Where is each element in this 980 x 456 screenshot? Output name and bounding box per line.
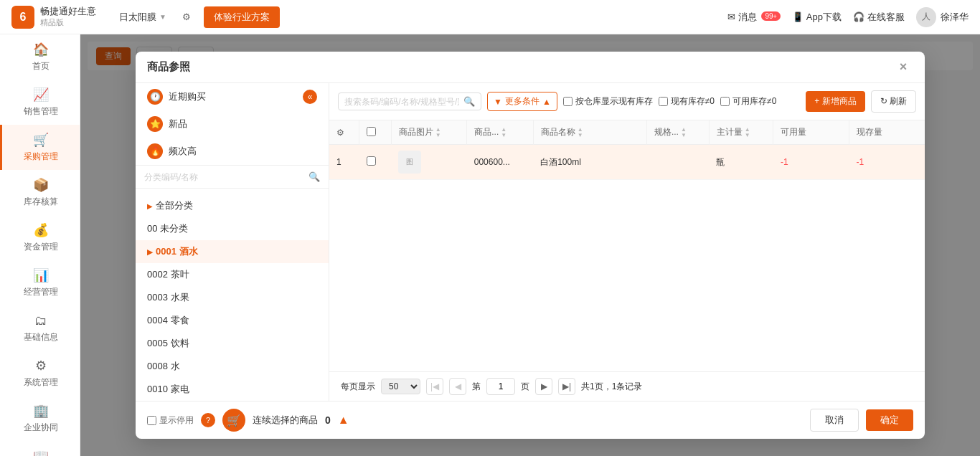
message-icon: ✉ <box>727 11 735 22</box>
purchase-icon: 🛒 <box>33 132 49 148</box>
user-profile-area[interactable]: 人 徐泽华 <box>916 7 969 27</box>
headset-icon: 🎧 <box>853 11 864 22</box>
usable-stock-checkbox[interactable] <box>720 97 730 106</box>
show-disabled-checkbox[interactable]: 显示停用 <box>147 414 194 427</box>
category-item-0004[interactable]: 0004 零食 <box>136 309 329 332</box>
next-page-button[interactable]: ▶ <box>535 378 552 395</box>
product-search-icon[interactable]: 🔍 <box>463 96 475 107</box>
store-name: 日太阳膜 <box>119 11 156 24</box>
show-disabled-input[interactable] <box>147 416 156 425</box>
category-label-0010: 0010 家电 <box>147 383 189 396</box>
recent-icon: 🕐 <box>147 89 163 105</box>
page-size-select[interactable]: 50 20 100 <box>381 379 420 394</box>
category-item-0010[interactable]: 0010 家电 <box>136 378 329 401</box>
quick-btn-frequent[interactable]: 🔥 频次高 <box>136 138 329 165</box>
last-page-button[interactable]: ▶| <box>558 378 575 395</box>
online-service-nav-item[interactable]: 🎧 在线客服 <box>853 11 905 24</box>
category-search-area: 🔍 <box>136 166 329 189</box>
sidebar-label-finance: 资金管理 <box>24 241 58 253</box>
experience-button[interactable]: 体验行业方案 <box>204 6 280 28</box>
sidebar-item-enterprise[interactable]: 🏢 企业协同 <box>0 396 80 441</box>
category-item-0008[interactable]: 0008 水 <box>136 355 329 378</box>
available-stock-filter[interactable]: 现有库存≠0 <box>659 95 715 108</box>
table-row[interactable]: 1 图 000600... 白酒100ml <box>329 145 925 180</box>
th-spec: 规格... ▲▼ <box>646 120 709 145</box>
sidebar-item-system[interactable]: ⚙ 系统管理 <box>0 351 80 396</box>
filter-arrow-icon: ▲ <box>542 97 551 107</box>
sidebar-item-guide[interactable]: 📖 新手引导 <box>0 441 80 456</box>
td-available: -1 <box>773 145 849 180</box>
confirm-button[interactable]: 确定 <box>866 409 913 431</box>
category-search-icon[interactable]: 🔍 <box>308 171 320 182</box>
category-item-0003[interactable]: 0003 水果 <box>136 286 329 309</box>
more-filter-button[interactable]: ▼ 更多条件 ▲ <box>487 92 557 111</box>
logo-text-group: 畅捷通好生意 精品版 <box>40 6 96 28</box>
messages-nav-item[interactable]: ✉ 消息 99 <box>727 11 780 24</box>
settings-icon[interactable]: ⚙ <box>175 6 198 29</box>
help-button[interactable]: ? <box>201 413 215 427</box>
sort-arrows-code[interactable]: ▲▼ <box>501 127 507 138</box>
sidebar-item-sales[interactable]: 📈 销售管理 <box>0 80 80 125</box>
select-all-checkbox[interactable] <box>367 127 376 136</box>
cart-button[interactable]: 🛒 <box>222 409 245 432</box>
nav-right-area: ✉ 消息 99 📱 App下载 🎧 在线客服 人 徐泽华 <box>727 7 969 27</box>
add-product-button[interactable]: + 新增商品 <box>806 91 864 112</box>
sort-arrows-image[interactable]: ▲▼ <box>435 127 441 138</box>
warehouse-stock-filter[interactable]: 按仓库显示现有库存 <box>563 95 653 108</box>
avatar: 人 <box>916 7 936 27</box>
td-num: 1 <box>329 145 359 180</box>
category-item-0005[interactable]: 0005 饮料 <box>136 332 329 355</box>
product-search-input[interactable] <box>344 97 459 107</box>
category-item-all[interactable]: ▶ 全部分类 <box>136 194 329 217</box>
sort-arrows-name[interactable]: ▲▼ <box>578 127 583 138</box>
quick-btn-new-label: 新品 <box>169 118 187 130</box>
sidebar-item-home[interactable]: 🏠 首页 <box>0 34 80 80</box>
th-code-label: 商品... <box>474 126 499 138</box>
finance-icon: 💰 <box>33 222 49 238</box>
sort-arrows-unit[interactable]: ▲▼ <box>745 127 750 138</box>
collapse-button[interactable]: « <box>303 90 317 104</box>
category-item-00[interactable]: 00 未分类 <box>136 217 329 240</box>
sidebar-item-operation[interactable]: 📊 经营管理 <box>0 260 80 305</box>
main-layout: 🏠 首页 📈 销售管理 🛒 采购管理 📦 库存核算 💰 资金管理 📊 经营管理 … <box>0 34 980 456</box>
show-disabled-label: 显示停用 <box>159 414 194 427</box>
modal-toolbar: 🔍 ▼ 更多条件 ▲ 按仓库显示现有库存 <box>329 83 925 120</box>
sidebar-item-inventory[interactable]: 📦 库存核算 <box>0 170 80 215</box>
th-checkbox <box>359 120 392 145</box>
sidebar-item-purchase[interactable]: 🛒 采购管理 <box>0 125 80 170</box>
modal-close-button[interactable]: × <box>893 57 913 77</box>
row-checkbox[interactable] <box>367 156 376 166</box>
sidebar-label-inventory: 库存核算 <box>24 196 58 208</box>
quick-btn-new[interactable]: ⭐ 新品 <box>136 110 329 138</box>
top-navigation: 6 畅捷通好生意 精品版 日太阳膜 ▼ ⚙ 体验行业方案 ✉ 消息 99 📱 A… <box>0 0 980 34</box>
cart-count: 0 <box>325 414 331 426</box>
sort-arrows-spec[interactable]: ▲▼ <box>681 127 687 138</box>
category-search-input[interactable] <box>144 172 304 182</box>
app-download-label: App下载 <box>806 11 842 24</box>
sidebar-item-basic[interactable]: 🗂 基础信息 <box>0 305 80 351</box>
table-settings-icon[interactable]: ⚙ <box>336 128 344 138</box>
modal-title: 商品参照 <box>147 60 190 74</box>
current-page-input[interactable] <box>486 378 515 395</box>
prev-page-button[interactable]: ◀ <box>449 378 466 395</box>
th-spec-label: 规格... <box>654 126 679 138</box>
sidebar-item-finance[interactable]: 💰 资金管理 <box>0 215 80 260</box>
left-sidebar: 🏠 首页 📈 销售管理 🛒 采购管理 📦 库存核算 💰 资金管理 📊 经营管理 … <box>0 34 80 456</box>
inventory-icon: 📦 <box>33 177 49 193</box>
quick-btn-recent[interactable]: 🕐 近期购买 « <box>136 83 329 110</box>
category-item-0002[interactable]: 0002 茶叶 <box>136 263 329 286</box>
available-stock-checkbox[interactable] <box>659 97 668 106</box>
category-item-0001[interactable]: ▶ 0001 酒水 <box>136 240 329 263</box>
modal-footer: 显示停用 ? 🛒 连续选择的商品 0 ▲ 取消 确定 <box>136 401 925 439</box>
th-available-label: 可用量 <box>781 127 806 137</box>
app-download-nav-item[interactable]: 📱 App下载 <box>792 11 842 24</box>
td-checkbox <box>359 145 392 180</box>
cancel-button[interactable]: 取消 <box>810 409 859 432</box>
store-selector[interactable]: 日太阳膜 ▼ <box>110 0 175 34</box>
warehouse-stock-checkbox[interactable] <box>563 97 573 106</box>
first-page-button[interactable]: |◀ <box>426 378 443 395</box>
usable-stock-filter[interactable]: 可用库存≠0 <box>720 95 776 108</box>
refresh-button[interactable]: ↻ 刷新 <box>871 90 916 113</box>
footer-collapse-icon[interactable]: ▲ <box>338 414 349 427</box>
th-settings: ⚙ <box>329 120 359 145</box>
